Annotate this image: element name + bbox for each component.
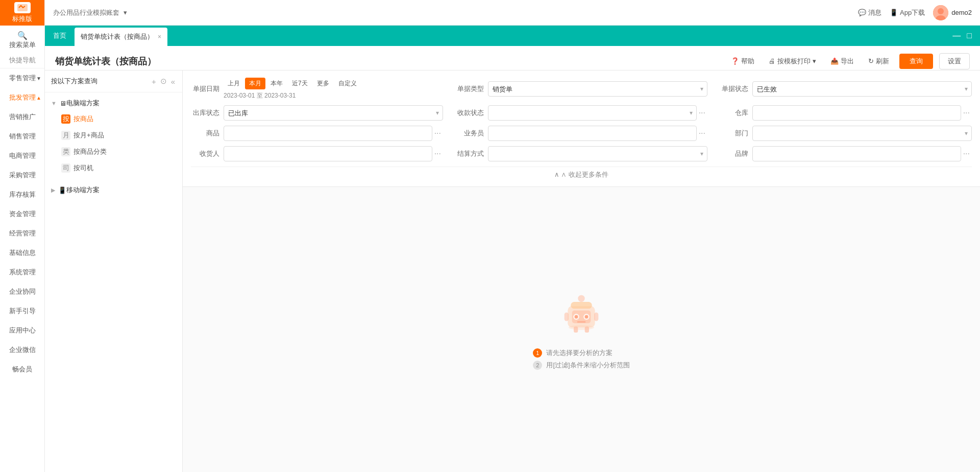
filter-dept-select[interactable]: [752, 126, 972, 141]
topbar-app-label: App下载: [900, 8, 925, 17]
scheme-add-btn[interactable]: +: [151, 76, 157, 87]
filter-goods-dots[interactable]: ···: [432, 129, 443, 138]
empty-illustration: [556, 289, 607, 340]
refresh-btn[interactable]: ↻ 刷新: [864, 55, 893, 68]
sidebar-item-newbie[interactable]: 新手引导: [0, 301, 44, 321]
tab-sales-stat[interactable]: 销货单统计表（按商品） ×: [75, 28, 167, 46]
sidebar-shortcut[interactable]: 快捷导航: [0, 53, 44, 68]
scheme-item-by-driver[interactable]: 司 按司机: [45, 160, 182, 176]
sidebar-item-corp[interactable]: 企业协同: [0, 282, 44, 301]
scheme-panel: 按以下方案查询 + ⊙ « ▼ 🖥 电脑端方案: [45, 70, 183, 472]
table-area: 1 请先选择要分析的方案 2 用[过滤]条件来缩小分析范围: [183, 187, 980, 472]
sidebar-item-inventory-label: 库存核算: [9, 191, 36, 198]
scheme-label-driver: 按司机: [74, 163, 93, 173]
scheme-item-by-goods[interactable]: 按 按商品: [45, 111, 182, 127]
filter-out-status-select[interactable]: 已出库: [224, 105, 443, 121]
scheme-item-by-month-goods[interactable]: 月 按月+商品: [45, 127, 182, 144]
export-icon: 📤: [830, 57, 839, 65]
help-btn[interactable]: ❓ 帮助: [727, 55, 758, 68]
filter-brand-input[interactable]: [752, 146, 961, 161]
sidebar-logo[interactable]: 标推版: [0, 0, 44, 26]
filter-brand-dots[interactable]: ···: [961, 149, 972, 158]
topbar-right: 💬 消息 📱 App下载 demo2: [858, 5, 972, 20]
filter-recipient-label: 收货人: [191, 149, 219, 158]
topbar-breadcrumb: 办公用品行业模拟账套: [53, 8, 119, 17]
scheme-icon-driver-text: 司: [63, 163, 69, 173]
main: 办公用品行业模拟账套 ▾ 💬 消息 📱 App下载 de: [45, 0, 980, 472]
print-btn[interactable]: 🖨 按模板打印 ▾: [765, 55, 820, 68]
scheme-collapse-btn[interactable]: «: [170, 76, 176, 87]
sidebar-item-apps[interactable]: 应用中心: [0, 321, 44, 340]
message-icon: 💬: [858, 9, 866, 16]
filter-recipient-input[interactable]: [224, 146, 432, 161]
scheme-edit-btn[interactable]: ⊙: [159, 76, 168, 87]
sidebar-item-finance[interactable]: 资金管理: [0, 204, 44, 224]
topbar-message-btn[interactable]: 💬 消息: [858, 8, 881, 17]
tab-close-btn[interactable]: ×: [158, 33, 161, 40]
sidebar-item-ecom[interactable]: 电商管理: [0, 146, 44, 166]
query-btn[interactable]: 查询: [899, 54, 933, 69]
filter-receipt-status-label: 收款状态: [455, 108, 484, 117]
sidebar-item-sales[interactable]: 销售管理: [0, 127, 44, 146]
filter-recipient-dots[interactable]: ···: [432, 149, 443, 158]
filter-warehouse-input[interactable]: [752, 105, 961, 121]
filter-collapse-btn[interactable]: ∧ ∧ 收起更多条件: [191, 167, 972, 182]
filter-doc-type-wrap: 销货单: [488, 81, 707, 97]
scheme-group-mobile-header[interactable]: ▶ 📱 移动端方案: [45, 182, 182, 198]
sidebar-item-system[interactable]: 系统管理: [0, 263, 44, 282]
filter-item-recipient: 收货人 ···: [191, 146, 443, 161]
filter-receipt-status-select[interactable]: [488, 105, 697, 121]
sidebar-search-label: 搜索菜单: [4, 40, 40, 50]
empty-tip-2-text: 用[过滤]条件来缩小分析范围: [546, 361, 629, 370]
date-tab-7days[interactable]: 近7天: [288, 78, 312, 89]
sidebar-item-inventory[interactable]: 库存核算: [0, 185, 44, 204]
date-tab-this-year[interactable]: 本年: [266, 78, 287, 89]
empty-tip-2: 2 用[过滤]条件来缩小分析范围: [533, 361, 629, 370]
filter-salesman-dots[interactable]: ···: [697, 129, 707, 138]
date-tab-last-month[interactable]: 上月: [224, 78, 244, 89]
scheme-group-mobile: ▶ 📱 移动端方案: [45, 179, 182, 201]
sidebar-retail-arrow: ▼: [36, 76, 41, 81]
filter-dept-wrap: [752, 126, 972, 141]
scheme-label-goods: 按商品: [74, 114, 93, 124]
sidebar-item-wechat[interactable]: 企业微信: [0, 340, 44, 360]
desktop-group-icon: 🖥: [60, 100, 66, 107]
right-panel: 单据日期 上月 本月 本年 近7天 更多 自定义 20: [183, 70, 980, 472]
sidebar-item-wholesale[interactable]: 批发管理 ▲: [0, 88, 44, 107]
scheme-item-by-category[interactable]: 类 按商品分类: [45, 144, 182, 160]
date-tab-custom[interactable]: 自定义: [334, 78, 361, 89]
topbar-user[interactable]: demo2: [933, 5, 972, 20]
filter-brand-label: 品牌: [720, 149, 748, 158]
topbar-dropdown-icon[interactable]: ▾: [124, 9, 127, 16]
filter-settlement-select[interactable]: [488, 146, 707, 161]
svg-rect-11: [577, 321, 586, 323]
sidebar-search-menu[interactable]: 🔍 搜索菜单: [0, 26, 44, 53]
filter-receipt-status-wrap: [488, 105, 697, 121]
export-btn[interactable]: 📤 导出: [826, 55, 858, 68]
tab-home[interactable]: 首页: [45, 26, 75, 46]
tab-max-btn[interactable]: □: [965, 29, 974, 42]
sidebar-item-basic[interactable]: 基础信息: [0, 243, 44, 263]
sidebar-item-marketing[interactable]: 营销推广: [0, 107, 44, 127]
filter-doc-status-select[interactable]: 已生效: [752, 81, 972, 97]
collapse-icon: ∧: [554, 171, 559, 178]
sidebar-item-operation[interactable]: 经营管理: [0, 224, 44, 243]
filter-goods-input[interactable]: [224, 126, 432, 141]
date-tab-more[interactable]: 更多: [313, 78, 333, 89]
filter-warehouse-dots[interactable]: ···: [961, 108, 972, 117]
svg-point-2: [938, 8, 944, 14]
tab-min-btn[interactable]: —: [950, 29, 963, 42]
sidebar-item-retail[interactable]: 零售管理 ▼: [0, 68, 44, 88]
topbar-app-btn[interactable]: 📱 App下载: [890, 8, 925, 17]
scheme-icon-goods-text: 按: [63, 114, 69, 124]
filter-receipt-dots[interactable]: ···: [697, 108, 707, 117]
scheme-group-desktop: ▼ 🖥 电脑端方案 按 按商品 月 按月+商品: [45, 92, 182, 179]
date-tab-this-month[interactable]: 本月: [245, 78, 265, 89]
scheme-group-desktop-header[interactable]: ▼ 🖥 电脑端方案: [45, 96, 182, 111]
sidebar-item-member[interactable]: 畅会员: [0, 360, 44, 379]
filter-doc-type-select[interactable]: 销货单: [488, 81, 707, 97]
sidebar-item-purchase[interactable]: 采购管理: [0, 166, 44, 185]
settings-btn[interactable]: 设置: [939, 53, 970, 69]
filter-salesman-input[interactable]: [488, 126, 697, 141]
sidebar-item-newbie-label: 新手引导: [9, 307, 36, 315]
